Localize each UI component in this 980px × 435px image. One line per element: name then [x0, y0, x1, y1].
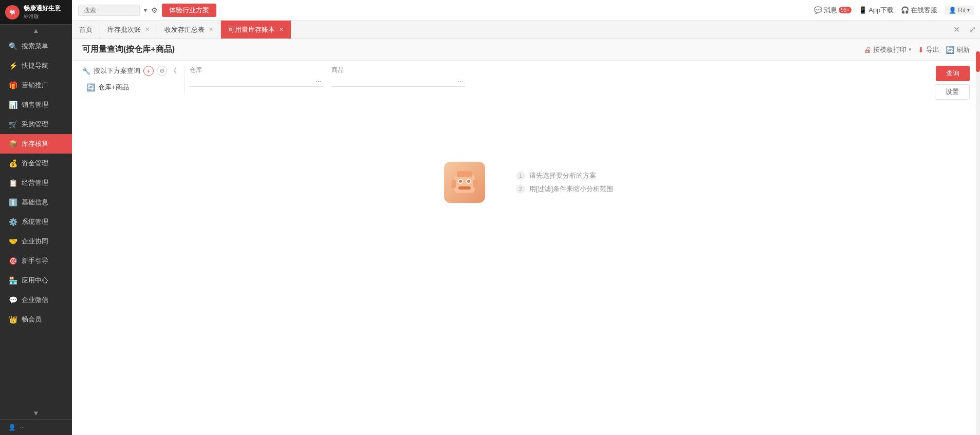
filter-goods-input[interactable] [331, 77, 455, 85]
topbar-user[interactable]: 👤 Rit ▾ [945, 6, 974, 15]
filter-scheme-settings-button[interactable]: ⚙ [157, 66, 167, 76]
export-action[interactable]: ⬇ 导出 [918, 45, 939, 54]
sidebar-scroll-down[interactable]: ▼ [0, 407, 72, 419]
filter-area: 🔧 按以下方案查询 + ⚙ 《 🔄 仓库+商品 仓库 ··· [72, 61, 980, 105]
sidebar-item-label-system: 系统管理 [22, 217, 48, 226]
sidebar-item-basic[interactable]: ℹ️ 基础信息 [0, 193, 72, 212]
topbar-search-input[interactable] [78, 5, 140, 16]
sidebar-item-label-purchase: 采购管理 [22, 120, 48, 129]
svg-rect-7 [452, 180, 456, 188]
tab-inventory-batch-label: 库存批次账 [107, 25, 141, 34]
sidebar-item-purchase[interactable]: 🛒 采购管理 [0, 115, 72, 134]
sidebar-item-member[interactable]: 👑 畅会员 [0, 310, 72, 329]
topbar-message[interactable]: 💬 消息 99+ [814, 6, 852, 15]
filter-scheme-item-warehouse[interactable]: 🔄 仓库+商品 [82, 80, 177, 94]
sidebar-item-system[interactable]: ⚙️ 系统管理 [0, 212, 72, 232]
main: ▾ ⚙ 体验行业方案 💬 消息 99+ 📱 App下载 🎧 在线客服 👤 Rit… [72, 0, 980, 435]
filter-scheme-header: 🔧 按以下方案查询 + ⚙ 《 [82, 66, 177, 76]
sidebar-item-inventory[interactable]: 📦 库存核算 [0, 134, 72, 154]
empty-robot-icon [444, 162, 485, 203]
tab-stock-summary[interactable]: 收发存汇总表 ✕ [157, 21, 221, 39]
tab-available-inventory[interactable]: 可用量库存账本 ✕ [221, 21, 291, 39]
sidebar-item-newguide[interactable]: 🎯 新手引导 [0, 251, 72, 271]
sidebar-item-label-finance: 资金管理 [22, 159, 48, 168]
operation-icon: 📋 [8, 179, 17, 187]
sidebar-item-label-member: 畅会员 [22, 315, 42, 324]
sidebar-item-weixin[interactable]: 💬 企业微信 [0, 290, 72, 310]
tab-available-inventory-close[interactable]: ✕ [279, 26, 284, 33]
svg-point-4 [459, 180, 462, 183]
topbar-service-label: 在线客服 [911, 6, 937, 15]
sidebar-company: 畅康通好生意 [24, 4, 61, 13]
refresh-action[interactable]: 🔄 刷新 [946, 45, 970, 54]
sidebar-item-label-marketing: 营销推广 [22, 81, 48, 90]
topbar-msg-label: 消息 [824, 6, 837, 15]
export-icon: ⬇ [918, 46, 924, 54]
print-action[interactable]: 🖨 按模板打印 ▾ [864, 45, 912, 54]
sidebar-item-label-collab: 企业协同 [22, 237, 48, 246]
sidebar-item-appcenter[interactable]: 🏪 应用中心 [0, 271, 72, 290]
sidebar-title-block: 畅康通好生意 标准版 [24, 4, 61, 20]
empty-tip-1: 1 请先选择要分析的方案 [516, 171, 613, 180]
scheme-item-icon: 🔄 [86, 83, 95, 91]
sidebar-item-search[interactable]: 🔍 搜索菜单 [0, 36, 72, 56]
tab-home-label: 首页 [79, 25, 93, 34]
sidebar: 畅 畅康通好生意 标准版 ▲ 🔍 搜索菜单 ⚡ 快捷导航 🎁 营销推广 📊 销售… [0, 0, 72, 435]
search-icon: 🔍 [8, 42, 17, 50]
sidebar-item-finance[interactable]: 💰 资金管理 [0, 154, 72, 173]
tab-inventory-batch-close[interactable]: ✕ [145, 26, 150, 33]
sidebar-item-sales[interactable]: 📊 销售管理 [0, 95, 72, 115]
refresh-icon: 🔄 [946, 46, 954, 54]
topbar-dropdown[interactable]: ▾ [144, 7, 147, 14]
filter-field-warehouse: 仓库 ··· [190, 66, 323, 87]
filter-warehouse-input[interactable] [190, 77, 313, 85]
sidebar-header: 畅 畅康通好生意 标准版 [0, 0, 72, 25]
tab-inventory-batch[interactable]: 库存批次账 ✕ [100, 21, 157, 39]
topbar-app-download[interactable]: 📱 App下载 [859, 6, 894, 15]
page-header-actions: 🖨 按模板打印 ▾ ⬇ 导出 🔄 刷新 [864, 45, 970, 54]
sidebar-item-label-weixin: 企业微信 [22, 295, 48, 305]
scrollbar-thumb[interactable] [976, 51, 980, 72]
topbar-online-service[interactable]: 🎧 在线客服 [901, 6, 937, 15]
refresh-label: 刷新 [956, 45, 970, 54]
export-label: 导出 [926, 45, 939, 54]
empty-tips: 1 请先选择要分析的方案 2 用[过滤]条件来缩小分析范围 [516, 171, 613, 194]
sidebar-item-marketing[interactable]: 🎁 营销推广 [0, 75, 72, 95]
sidebar-nav: 🔍 搜索菜单 ⚡ 快捷导航 🎁 营销推广 📊 销售管理 🛒 采购管理 📦 库存核… [0, 36, 72, 407]
filter-field-goods-input-container: ··· [331, 75, 465, 87]
sidebar-item-label-operation: 经营管理 [22, 178, 48, 187]
topbar-trial-button[interactable]: 体验行业方案 [162, 4, 216, 17]
filter-goods-more-icon[interactable]: ··· [455, 77, 465, 85]
svg-rect-1 [457, 171, 472, 177]
filter-warehouse-more-icon[interactable]: ··· [313, 77, 323, 85]
sidebar-item-operation[interactable]: 📋 经营管理 [0, 173, 72, 193]
tabbar-close-all[interactable]: ✕ [948, 25, 965, 34]
print-icon: 🖨 [864, 46, 871, 54]
tab-home[interactable]: 首页 [72, 21, 100, 39]
print-chevron-icon[interactable]: ▾ [909, 46, 912, 53]
settings-button[interactable]: 设置 [935, 84, 970, 100]
nav-icon: ⚡ [8, 62, 17, 70]
tab-stock-summary-label: 收发存汇总表 [164, 25, 205, 34]
query-button[interactable]: 查询 [936, 66, 970, 81]
tab-stock-summary-close[interactable]: ✕ [209, 26, 213, 33]
topbar-right: 💬 消息 99+ 📱 App下载 🎧 在线客服 👤 Rit ▾ [814, 6, 974, 15]
right-scrollbar[interactable] [976, 51, 980, 435]
empty-tip-2-text: 用[过滤]条件来缩小分析范围 [529, 184, 613, 194]
filter-scheme-collapse-icon[interactable]: 《 [170, 66, 177, 75]
sales-icon: 📊 [8, 101, 17, 109]
user-icon: 👤 [949, 7, 956, 14]
content: 可用量查询(按仓库+商品) 🖨 按模板打印 ▾ ⬇ 导出 🔄 刷新 [72, 39, 980, 435]
collab-icon: 🤝 [8, 237, 17, 245]
topbar-app-label: App下载 [868, 6, 894, 15]
sidebar-item-label-nav: 快捷导航 [22, 61, 48, 70]
tabbar-expand[interactable]: ⤢ [965, 25, 980, 34]
empty-tip-2: 2 用[过滤]条件来缩小分析范围 [516, 184, 613, 194]
sidebar-edition: 标准版 [24, 13, 61, 20]
sidebar-item-collab[interactable]: 🤝 企业协同 [0, 232, 72, 251]
sidebar-scroll-up[interactable]: ▲ [0, 25, 72, 36]
filter-scheme-add-button[interactable]: + [143, 66, 154, 76]
topbar-gear-icon[interactable]: ⚙ [151, 6, 158, 14]
svg-point-5 [467, 180, 470, 183]
sidebar-item-nav[interactable]: ⚡ 快捷导航 [0, 56, 72, 75]
